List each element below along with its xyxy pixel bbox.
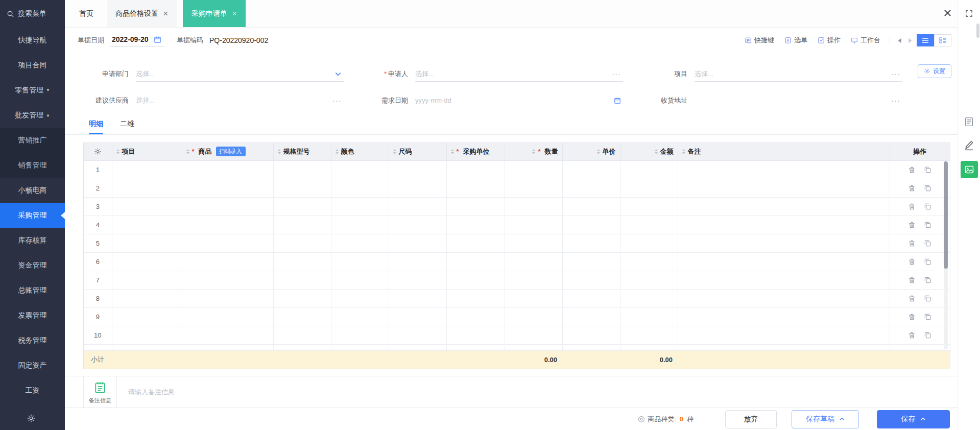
remark-input[interactable] [117, 376, 958, 407]
settings-button[interactable]: 设置 [918, 64, 951, 78]
grid-view-toggle[interactable] [934, 34, 951, 46]
delete-row-icon[interactable] [908, 331, 916, 339]
sidebar-item-xiaochang-ecommerce[interactable]: 小畅电商 [0, 178, 65, 203]
table-cell[interactable] [678, 234, 890, 253]
remark-tab[interactable]: 备注信息 [83, 376, 117, 408]
table-cell[interactable] [678, 216, 890, 234]
table-cell[interactable] [505, 345, 562, 350]
sidebar-search[interactable]: 搜索菜单 [0, 0, 65, 28]
table-cell[interactable] [389, 326, 446, 345]
table-cell[interactable] [389, 290, 446, 308]
table-cell[interactable] [112, 179, 182, 198]
table-cell[interactable] [505, 198, 562, 216]
table-cell[interactable] [389, 271, 446, 290]
table-cell[interactable] [112, 198, 182, 216]
pen-icon[interactable] [964, 140, 974, 151]
table-cell[interactable] [620, 290, 678, 308]
copy-row-icon[interactable] [924, 313, 931, 321]
table-cell[interactable] [620, 326, 678, 345]
table-cell[interactable] [182, 198, 273, 216]
column-header[interactable]: *商品扫码录入 [182, 143, 273, 160]
table-cell[interactable] [678, 179, 890, 198]
column-header[interactable]: 项目 [112, 143, 182, 160]
delete-row-icon[interactable] [908, 221, 916, 229]
sort-icon[interactable] [597, 149, 600, 154]
table-cell[interactable] [562, 198, 620, 216]
column-config-header[interactable] [84, 143, 112, 160]
sidebar-item-invoice-mgmt[interactable]: 发票管理 [0, 303, 65, 328]
copy-row-icon[interactable] [924, 221, 931, 229]
copy-row-icon[interactable] [924, 203, 931, 210]
sort-icon[interactable] [532, 149, 535, 154]
list-view-toggle[interactable] [917, 34, 934, 46]
table-cell[interactable] [331, 326, 389, 345]
table-cell[interactable] [331, 216, 389, 234]
tool-menu[interactable]: 选单 [784, 36, 807, 45]
column-header[interactable]: 规格型号 [273, 143, 331, 160]
copy-row-icon[interactable] [924, 258, 931, 266]
delete-row-icon[interactable] [908, 258, 916, 266]
copy-row-icon[interactable] [924, 184, 931, 192]
table-cell[interactable] [446, 326, 505, 345]
table-cell[interactable] [182, 216, 273, 234]
table-cell[interactable] [620, 198, 678, 216]
sort-icon[interactable] [655, 149, 658, 154]
ellipsis-icon[interactable]: ··· [612, 69, 623, 78]
sidebar-item-project-contract[interactable]: 项目合同 [0, 53, 65, 78]
table-cell[interactable] [620, 253, 678, 271]
tab-home[interactable]: 首页 [74, 0, 99, 27]
chevron-down-icon[interactable] [334, 70, 344, 78]
save-button[interactable]: 保存 [877, 410, 950, 428]
tab-purchase-requisition[interactable]: 采购申请单 [183, 0, 246, 27]
table-cell[interactable] [620, 216, 678, 234]
table-cell[interactable] [112, 308, 182, 326]
table-cell[interactable] [562, 179, 620, 198]
delete-row-icon[interactable] [908, 313, 916, 321]
table-cell[interactable] [620, 179, 678, 198]
table-cell[interactable] [446, 290, 505, 308]
column-header[interactable]: 尺码 [389, 143, 446, 160]
field-input[interactable]: ··· [695, 93, 902, 108]
table-cell[interactable] [678, 198, 890, 216]
column-header[interactable]: *数量 [505, 143, 562, 160]
tab-2d[interactable]: 二维 [120, 120, 134, 134]
table-cell[interactable] [562, 234, 620, 253]
table-cell[interactable] [273, 271, 331, 290]
gear-icon[interactable] [94, 148, 102, 155]
sort-icon[interactable] [336, 149, 339, 154]
sort-icon[interactable] [186, 149, 189, 154]
abandon-button[interactable]: 放弃 [725, 410, 777, 428]
ellipsis-icon[interactable]: ··· [332, 96, 344, 105]
doc-date-input[interactable]: 2022-09-20 [110, 34, 164, 47]
sidebar-item-inventory-accounting[interactable]: 库存核算 [0, 228, 65, 253]
table-cell[interactable] [505, 290, 562, 308]
copy-row-icon[interactable] [924, 295, 931, 302]
field-input[interactable]: 选择...··· [415, 66, 623, 82]
table-cell[interactable] [182, 161, 273, 179]
table-cell[interactable] [620, 271, 678, 290]
sidebar-item-wholesale-mgmt[interactable]: 批发管理▲ [0, 103, 65, 128]
table-cell[interactable] [446, 308, 505, 326]
table-cell[interactable] [446, 198, 505, 216]
table-cell[interactable] [273, 216, 331, 234]
sidebar-item-tax-mgmt[interactable]: 税务管理 [0, 328, 65, 353]
table-cell[interactable] [389, 161, 446, 179]
table-cell[interactable] [331, 161, 389, 179]
table-cell[interactable] [446, 179, 505, 198]
page-scrollbar[interactable] [976, 23, 979, 38]
table-cell[interactable] [389, 308, 446, 326]
sidebar-item-payroll[interactable]: 工资 [0, 378, 65, 403]
tool-operation[interactable]: 操作 [818, 36, 841, 45]
column-header[interactable]: 颜色 [331, 143, 389, 160]
table-cell[interactable] [112, 326, 182, 345]
sidebar-item-retail-mgmt[interactable]: 零售管理▼ [0, 78, 65, 103]
field-input[interactable]: yyyy-mm-dd [415, 93, 623, 108]
column-header[interactable]: *采购单位 [446, 143, 505, 160]
column-header[interactable]: 金额 [620, 143, 678, 160]
table-scrollbar[interactable] [944, 161, 948, 349]
tool-workbench[interactable]: 工作台 [851, 36, 880, 45]
table-cell[interactable] [112, 271, 182, 290]
delete-row-icon[interactable] [908, 166, 916, 174]
table-cell[interactable] [678, 308, 890, 326]
table-cell[interactable] [446, 216, 505, 234]
